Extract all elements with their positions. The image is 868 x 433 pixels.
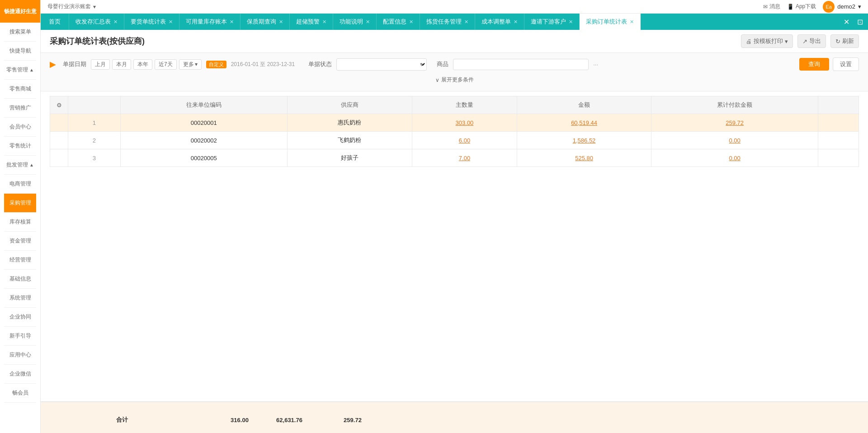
tab-close-btn[interactable]: ✕ [322, 19, 326, 25]
tab-label: 保质期查询 [247, 18, 276, 26]
row-main-qty[interactable]: 7.00 [412, 149, 517, 167]
row-supplier-name: 惠氏奶粉 [287, 114, 412, 132]
nav-tab-chengbentiaoz[interactable]: 成本调整单✕ [475, 14, 524, 30]
nav-tab-shoufahui[interactable]: 收发存汇总表✕ [69, 14, 124, 30]
tab-close-btn[interactable]: ✕ [113, 19, 118, 25]
message-btn[interactable]: ✉ 消息 [763, 3, 780, 10]
tab-close-btn[interactable]: ✕ [366, 19, 370, 25]
shortcut-this-year[interactable]: 本年 [133, 59, 152, 70]
tab-close-btn[interactable]: ✕ [630, 19, 634, 25]
row-amount[interactable]: 60,519.44 [517, 114, 651, 132]
nav-tabs: 首页收发存汇总表✕要货单统计表✕可用量库存账本✕保质期查询✕超储预警✕功能说明✕… [41, 14, 868, 30]
settings-btn[interactable]: 设置 [833, 57, 859, 71]
goods-label: 商品 [437, 60, 448, 68]
row-settings [50, 149, 68, 167]
close-all-tabs-btn[interactable]: ✕ [841, 16, 852, 28]
sidebar-label: 经营管理 [9, 257, 31, 263]
date-filter-label: 单据日期 [63, 60, 86, 68]
goods-input[interactable] [453, 59, 589, 70]
shortcut-7days[interactable]: 近7天 [155, 59, 177, 70]
user-area[interactable]: Ea demo2 ▾ [823, 1, 861, 13]
sidebar-item-purchase[interactable]: 采购管理 [4, 194, 36, 213]
sidebar-item-basic[interactable]: 基础信息 [4, 270, 36, 289]
nav-tab-chaochuxia[interactable]: 超储预警✕ [290, 14, 333, 30]
nav-tab-keyong[interactable]: 可用量库存账本✕ [179, 14, 241, 30]
sidebar-label: 零售商城 [9, 86, 31, 92]
shortcut-more[interactable]: 更多 ▾ [179, 59, 202, 70]
shortcut-this-month[interactable]: 本月 [112, 59, 131, 70]
top-bar: 母婴行业演示账套 ▾ ✉ 消息 📱 App下载 Ea demo2 ▾ [41, 0, 868, 14]
sidebar-item-enterprise[interactable]: 企业协同 [4, 308, 36, 327]
col-supplier-code: 往来单位编码 [120, 96, 287, 114]
row-main-qty[interactable]: 303.00 [412, 114, 517, 132]
tab-close-btn[interactable]: ✕ [464, 19, 468, 25]
footer-label: 合计 [86, 411, 158, 428]
tab-close-btn[interactable]: ✕ [169, 19, 173, 25]
refresh-btn[interactable]: ↻ 刷新 [830, 34, 859, 48]
expand-arrow-icon: ▲ [29, 162, 34, 167]
nav-tab-home[interactable]: 首页 [41, 14, 69, 30]
nav-tab-yaoqingyou[interactable]: 邀请下游客户✕ [524, 14, 580, 30]
tab-close-btn[interactable]: ✕ [569, 19, 573, 25]
nav-tab-baozhi[interactable]: 保质期查询✕ [241, 14, 290, 30]
nav-tab-caigou[interactable]: 采购订单统计表✕ [580, 14, 641, 30]
row-paid-amount[interactable]: 259.72 [651, 114, 818, 132]
sidebar-item-wholesale[interactable]: 批发管理▲ [4, 156, 36, 175]
dropdown-arrow[interactable]: ▾ [93, 4, 96, 10]
tab-close-btn[interactable]: ✕ [279, 19, 283, 25]
nav-tab-paihuorenwu[interactable]: 拣货任务管理✕ [420, 14, 475, 30]
nav-tab-peizhi[interactable]: 配置信息✕ [377, 14, 420, 30]
row-amount[interactable]: 525.80 [517, 149, 651, 167]
maximize-btn[interactable]: ⊡ [854, 16, 866, 28]
top-bar-right: ✉ 消息 📱 App下载 Ea demo2 ▾ [763, 1, 861, 13]
sidebar-item-wechat[interactable]: 企业微信 [4, 365, 36, 384]
tab-close-btn[interactable]: ✕ [230, 19, 234, 25]
app-download-label: App下载 [796, 3, 816, 10]
print-icon: 🖨 [746, 38, 752, 45]
sidebar-item-newguide[interactable]: 新手引导 [4, 327, 36, 346]
sidebar-item-inventory[interactable]: 库存核算 [4, 213, 36, 232]
sidebar-item-appcenter[interactable]: 应用中心 [4, 346, 36, 365]
sidebar-item-search[interactable]: 搜索菜单 [4, 23, 36, 42]
table-row: 3 00020005 好孩子 7.00 525.80 0.00 [50, 149, 859, 167]
col-paid-amount: 累计付款金额 [651, 96, 818, 114]
goods-more-icon[interactable]: ··· [593, 61, 598, 68]
nav-tab-yaohuo[interactable]: 要货单统计表✕ [124, 14, 179, 30]
expand-more-btn[interactable]: ∨ 展开更多条件 [433, 73, 476, 86]
sidebar-label: 库存核算 [9, 219, 31, 225]
sidebar-label: 零售统计 [9, 143, 31, 149]
query-btn[interactable]: 查询 [799, 58, 829, 71]
shortcut-last-month[interactable]: 上月 [91, 59, 110, 70]
sidebar-item-operations[interactable]: 经营管理 [4, 251, 36, 270]
app-download-btn[interactable]: 📱 App下载 [787, 3, 816, 10]
tab-close-btn[interactable]: ✕ [409, 19, 413, 25]
sidebar-item-vip[interactable]: 畅会员 [4, 384, 36, 403]
row-supplier-name: 飞鹤奶粉 [287, 132, 412, 149]
sidebar-item-retail-mall[interactable]: 零售商城 [4, 80, 36, 99]
row-paid-amount[interactable]: 0.00 [651, 149, 818, 167]
sidebar-label: 营销推广 [9, 105, 31, 111]
row-main-qty[interactable]: 6.00 [412, 132, 517, 149]
sidebar-item-marketing[interactable]: 营销推广 [4, 99, 36, 118]
tab-label: 超储预警 [296, 18, 320, 26]
print-btn[interactable]: 🖨 按模板打印 ▾ [741, 34, 793, 48]
nav-tab-gongneng[interactable]: 功能说明✕ [333, 14, 377, 30]
page-title: 采购订单统计表(按供应商) [50, 36, 145, 47]
refresh-icon: ↻ [835, 38, 840, 45]
sidebar-item-member[interactable]: 会员中心 [4, 118, 36, 137]
collapse-btn[interactable]: ▶ [50, 59, 56, 69]
row-amount[interactable]: 1,586.52 [517, 132, 651, 149]
sidebar-item-quicknav[interactable]: 快捷导航 [4, 42, 36, 61]
col-settings[interactable]: ⚙ [50, 96, 68, 114]
sidebar-item-finance[interactable]: 资金管理 [4, 232, 36, 251]
tab-close-btn[interactable]: ✕ [514, 19, 518, 25]
sidebar-item-ecommerce[interactable]: 电商管理 [4, 175, 36, 194]
sidebar-item-system[interactable]: 系统管理 [4, 289, 36, 308]
sidebar-label: 会员中心 [9, 124, 31, 130]
sidebar-item-retail-stats[interactable]: 零售统计 [4, 137, 36, 156]
sidebar-item-retail[interactable]: 零售管理▲ [4, 61, 36, 80]
row-paid-amount[interactable]: 0.00 [651, 132, 818, 149]
status-select[interactable] [336, 58, 427, 71]
workspace-name: 母婴行业演示账套 [47, 3, 91, 10]
export-btn[interactable]: ↗ 导出 [797, 34, 826, 48]
